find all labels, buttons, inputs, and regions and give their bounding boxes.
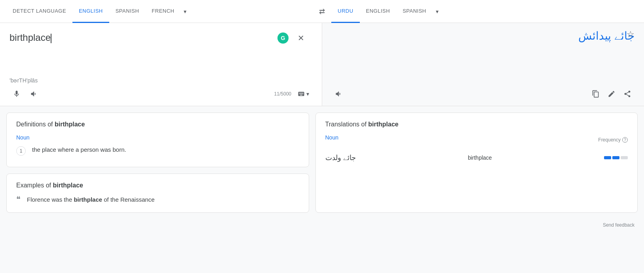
pronunciation-text: 'bərTH'plās	[9, 77, 312, 84]
keyboard-icon	[298, 90, 305, 97]
examples-panel: Examples of birthplace ❝ Florence was th…	[6, 174, 309, 213]
top-navigation-bar: DETECT LANGUAGE ENGLISH SPANISH FRENCH ▾…	[0, 0, 644, 23]
more-source-languages-dropdown[interactable]: ▾	[180, 0, 190, 23]
example-text: Florence was the birthplace of the Renai…	[27, 195, 155, 204]
freq-segment-1	[604, 156, 611, 159]
edit-icon	[608, 90, 616, 98]
swap-languages-button[interactable]: ⇄	[313, 7, 331, 16]
chevron-down-icon: ▾	[436, 8, 439, 15]
urdu-target-tab[interactable]: URDU	[331, 0, 360, 23]
target-panel-inner: جائے پیدائش ☆	[332, 29, 635, 99]
keyboard-button[interactable]: ▾	[294, 89, 312, 99]
feedback-bar: Send feedback	[0, 219, 644, 231]
share-translation-button[interactable]	[620, 88, 635, 99]
target-right-actions	[589, 88, 635, 99]
volume-target-icon	[335, 90, 343, 98]
character-count: 11/5000 ▾	[274, 89, 312, 99]
definitions-noun-label: Noun	[16, 134, 299, 141]
keyboard-dropdown-icon: ▾	[306, 91, 309, 97]
translation-row: جائے ولدت birthplace	[325, 150, 628, 165]
definition-number: 1	[16, 146, 26, 156]
target-action-buttons	[332, 84, 635, 99]
french-source-tab[interactable]: FRENCH	[145, 0, 180, 23]
source-panel: birthplace G ✕ 'bərTH'plās 11/5000	[0, 23, 322, 106]
copy-icon	[592, 90, 600, 98]
bottom-panels: Definitions of birthplace Noun 1 the pla…	[0, 106, 644, 219]
grammarly-badge: G	[277, 32, 289, 44]
source-language-tabs: DETECT LANGUAGE ENGLISH SPANISH FRENCH ▾	[6, 0, 313, 23]
more-target-languages-dropdown[interactable]: ▾	[433, 0, 442, 23]
definitions-panel: Definitions of birthplace Noun 1 the pla…	[6, 113, 309, 167]
definition-text: the place where a person was born.	[32, 145, 126, 155]
copy-translation-button[interactable]	[589, 88, 603, 99]
target-language-tabs: URDU ENGLISH SPANISH ▾	[331, 0, 638, 23]
frequency-bar	[604, 156, 628, 159]
left-bottom-panels: Definitions of birthplace Noun 1 the pla…	[6, 113, 309, 213]
mic-icon	[13, 90, 21, 98]
listen-source-button[interactable]	[27, 88, 41, 99]
swap-icon: ⇄	[319, 7, 325, 16]
english-source-tab[interactable]: ENGLISH	[72, 0, 109, 23]
frequency-info-button[interactable]: ?	[622, 137, 628, 143]
definition-item: 1 the place where a person was born.	[16, 145, 299, 156]
target-panel: جائے پیدائش ☆	[322, 23, 644, 106]
send-feedback-link[interactable]: Send feedback	[603, 222, 635, 228]
translations-panel: Translations of birthplace Noun Frequenc…	[315, 113, 638, 213]
definitions-title: Definitions of birthplace	[16, 121, 299, 128]
detect-language-tab[interactable]: DETECT LANGUAGE	[6, 0, 72, 23]
share-icon	[623, 90, 631, 98]
freq-segment-2	[612, 156, 619, 159]
frequency-label: Frequency ?	[598, 137, 628, 143]
english-target-tab[interactable]: ENGLISH	[360, 0, 397, 23]
edit-translation-button[interactable]	[604, 88, 619, 99]
freq-segment-3	[621, 156, 628, 159]
translation-area: birthplace G ✕ 'bərTH'plās 11/5000	[0, 23, 644, 106]
star-icon: ☆	[627, 29, 635, 39]
examples-title: Examples of birthplace	[16, 182, 299, 189]
source-input-area: birthplace G ✕	[9, 29, 312, 74]
star-button[interactable]: ☆	[627, 29, 635, 40]
spanish-target-tab[interactable]: SPANISH	[396, 0, 433, 23]
english-back-translation: birthplace	[356, 155, 604, 161]
urdu-translation: جائے ولدت	[325, 153, 356, 162]
quote-icon: ❝	[16, 195, 21, 204]
spanish-source-tab[interactable]: SPANISH	[109, 0, 146, 23]
chevron-down-icon: ▾	[184, 8, 186, 15]
volume-icon	[30, 90, 38, 98]
translated-text: جائے پیدائش	[332, 29, 635, 42]
frequency-header: Noun Frequency ?	[325, 134, 628, 145]
source-action-buttons: 11/5000 ▾	[9, 88, 312, 99]
listen-target-button[interactable]	[332, 88, 346, 99]
translations-noun-label: Noun	[325, 134, 338, 141]
microphone-button[interactable]	[9, 88, 24, 99]
source-text-display[interactable]: birthplace	[9, 29, 312, 44]
clear-input-button[interactable]: ✕	[296, 32, 306, 44]
example-item: ❝ Florence was the birthplace of the Ren…	[16, 195, 299, 204]
translations-title: Translations of birthplace	[325, 121, 628, 128]
